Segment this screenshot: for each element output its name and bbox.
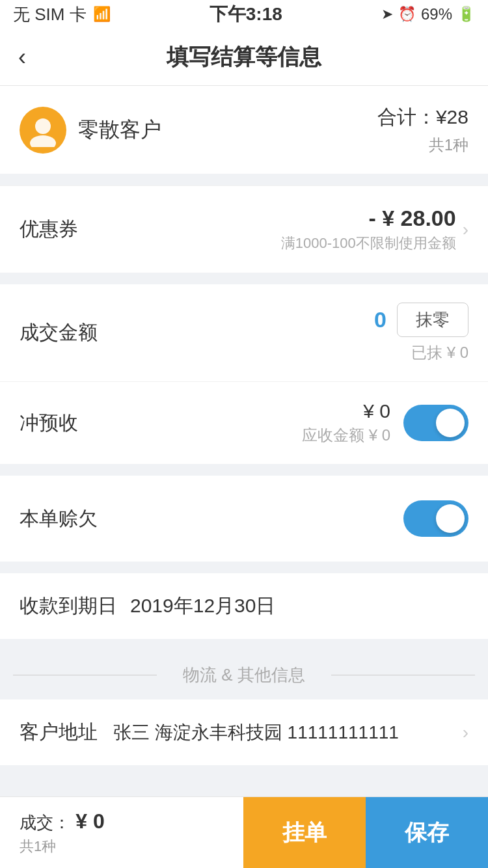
prepay-toggle[interactable] [403,405,468,441]
bottom-summary: 成交： ¥ 0 共1种 [0,809,243,856]
toggle-knob [436,409,465,437]
location-icon: ➤ [381,6,393,23]
deal-input-row: 0 抹零 [374,303,468,337]
deal-amount-value[interactable]: 0 [374,307,386,332]
customer-row: 零散客户 合计：¥28 共1种 [0,86,488,174]
duedate-row: 收款到期日 2019年12月30日 [0,573,488,639]
duedate-label: 收款到期日 [20,593,117,619]
customer-total: 合计：¥28 [377,104,468,131]
svg-point-0 [35,118,51,134]
bottom-deal-label: 成交： [20,813,70,832]
deal-row: 成交金额 0 抹零 已抹 ¥ 0 [0,284,488,382]
hold-button[interactable]: 挂单 [243,797,366,869]
customer-left: 零散客户 [20,107,161,154]
prepay-receivable: 应收金额 ¥ 0 [302,425,390,446]
avatar-icon [26,113,60,147]
customer-right: 合计：¥28 共1种 [377,104,468,156]
customer-count: 共1种 [377,135,468,156]
coupon-desc: 满1000-100不限制使用金额 [281,234,456,253]
logistics-divider-right [331,675,475,675]
coupon-row[interactable]: 优惠券 - ¥ 28.00 满1000-100不限制使用金额 › [0,185,488,273]
status-right: ➤ ⏰ 69% 🔋 [381,5,475,23]
prepay-amount: ¥ 0 [302,400,390,422]
alarm-icon: ⏰ [398,6,416,23]
credit-section: 本单赊欠 [0,476,488,562]
address-label: 客户地址 [20,719,98,746]
deal-prepay-section: 成交金额 0 抹零 已抹 ¥ 0 冲预收 ¥ 0 应收金额 ¥ 0 [0,284,488,464]
round-button[interactable]: 抹零 [397,303,468,337]
logistics-header: 物流 & 其他信息 [0,651,488,699]
customer-section: 零散客户 合计：¥28 共1种 [0,86,488,174]
deal-label: 成交金额 [20,319,98,346]
prepay-values: ¥ 0 应收金额 ¥ 0 [302,400,390,446]
bottom-deal-row: 成交： ¥ 0 [20,809,224,834]
page-title: 填写结算等信息 [167,42,321,72]
status-time: 下午3:18 [210,2,282,27]
bottom-count: 共1种 [20,837,224,856]
address-chevron-icon: › [463,722,468,743]
logistics-divider-left [13,675,157,675]
wifi-icon: 📶 [93,6,111,23]
chevron-right-icon: › [463,219,468,240]
credit-toggle-knob [436,504,465,533]
carrier-label: 无 SIM 卡 [13,3,87,26]
coupon-value-block: - ¥ 28.00 满1000-100不限制使用金额 [281,206,456,253]
address-row[interactable]: 客户地址 张三 海淀永丰科技园 11111111111 › [0,699,488,765]
prepay-label: 冲预收 [20,410,78,437]
nav-bar: ‹ 填写结算等信息 [0,29,488,86]
bottom-bar: 成交： ¥ 0 共1种 挂单 保存 [0,796,488,868]
logistics-title: 物流 & 其他信息 [183,664,305,686]
coupon-right: - ¥ 28.00 满1000-100不限制使用金额 › [281,206,468,253]
battery-icon: 🔋 [457,6,475,23]
svg-point-1 [30,135,56,147]
battery-label: 69% [421,5,452,23]
customer-name: 零散客户 [78,116,161,144]
coupon-label: 优惠券 [20,216,78,243]
deal-sub: 已抹 ¥ 0 [411,342,468,363]
prepay-row: 冲预收 ¥ 0 应收金额 ¥ 0 [0,382,488,464]
avatar [20,107,66,154]
status-left: 无 SIM 卡 📶 [13,3,111,26]
save-button[interactable]: 保存 [366,797,488,869]
status-bar: 无 SIM 卡 📶 下午3:18 ➤ ⏰ 69% 🔋 [0,0,488,29]
coupon-amount: - ¥ 28.00 [281,206,456,231]
duedate-value[interactable]: 2019年12月30日 [130,593,275,619]
back-button[interactable]: ‹ [18,44,26,71]
credit-toggle[interactable] [403,500,468,537]
prepay-right: ¥ 0 应收金额 ¥ 0 [302,400,468,446]
address-value: 张三 海淀永丰科技园 11111111111 [113,720,463,745]
credit-label: 本单赊欠 [20,506,98,532]
coupon-section[interactable]: 优惠券 - ¥ 28.00 满1000-100不限制使用金额 › [0,185,488,273]
bottom-deal-amount: ¥ 0 [75,809,104,833]
